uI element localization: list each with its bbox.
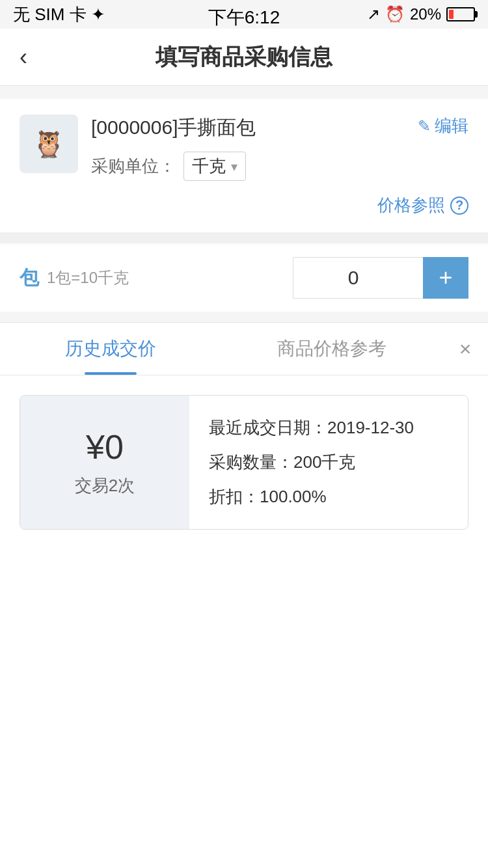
unit-value: 千克 <box>192 155 226 178</box>
edit-icon: ✎ <box>418 117 431 135</box>
quantity-section: 包 1包=10千克 + <box>0 244 488 312</box>
package-icon: 包 <box>20 265 39 292</box>
status-right: ↗ ⏰ 20% <box>367 5 475 23</box>
price-card-left: ¥0 交易2次 <box>20 396 189 529</box>
status-left: 无 SIM 卡 ✦ <box>13 3 105 26</box>
product-thumbnail: 🦉 <box>20 115 78 173</box>
chevron-down-icon: ▾ <box>231 159 237 174</box>
bottom-panel: 历史成交价 商品价格参考 × ¥0 交易2次 最近成交日期：2019-12-30 <box>0 322 488 549</box>
unit-label: 采购单位： <box>91 155 176 178</box>
package-unit-info: 1包=10千克 <box>47 267 129 288</box>
section-divider <box>0 232 488 243</box>
quantity-add-button[interactable]: + <box>423 257 468 299</box>
sim-status: 无 SIM 卡 ✦ <box>13 3 105 26</box>
tab-history-price[interactable]: 历史成交价 <box>0 323 221 375</box>
battery-fill <box>449 10 454 19</box>
purchase-qty-row: 采购数量：200千克 <box>209 450 448 475</box>
quantity-input-wrapper <box>293 257 423 299</box>
info-icon[interactable]: ? <box>450 197 468 215</box>
product-unit-row: 采购单位： 千克 ▾ <box>91 152 418 181</box>
product-left: 🦉 [0000006]手撕面包 采购单位： 千克 ▾ <box>20 115 418 181</box>
quantity-row: 包 1包=10千克 + <box>20 244 468 312</box>
recent-date-label: 最近成交日期： <box>209 418 327 437</box>
edit-label: 编辑 <box>435 115 468 137</box>
tab-product-price-ref-label: 商品价格参考 <box>277 336 386 361</box>
recent-date-row: 最近成交日期：2019-12-30 <box>209 415 448 441</box>
product-header: 🦉 [0000006]手撕面包 采购单位： 千克 ▾ ✎ 编辑 <box>20 115 468 181</box>
edit-button[interactable]: ✎ 编辑 <box>418 115 468 137</box>
tab-product-price-ref[interactable]: 商品价格参考 <box>221 323 442 375</box>
status-bar: 无 SIM 卡 ✦ 下午6:12 ↗ ⏰ 20% <box>0 0 488 29</box>
quantity-right: + <box>293 257 468 299</box>
discount-label: 折扣： <box>209 487 260 506</box>
quantity-left: 包 1包=10千克 <box>20 265 129 292</box>
page-title: 填写商品采购信息 <box>156 42 332 72</box>
tab-close-button[interactable]: × <box>442 323 488 375</box>
tab-history-price-label: 历史成交价 <box>65 336 156 361</box>
close-icon: × <box>459 337 472 361</box>
price-ref-link[interactable]: 价格参照 <box>377 194 445 217</box>
price-ref-row: 价格参照 ? <box>20 194 468 217</box>
discount-row: 折扣：100.00% <box>209 484 448 509</box>
discount-value: 100.00% <box>260 487 327 506</box>
alarm-icon: ⏰ <box>385 5 405 23</box>
price-amount: 0 <box>105 428 124 466</box>
tab-bar: 历史成交价 商品价格参考 × <box>0 323 488 375</box>
battery-icon <box>446 7 475 21</box>
recent-date-value: 2019-12-30 <box>327 418 414 437</box>
unit-selector[interactable]: 千克 ▾ <box>183 152 246 181</box>
product-info: [0000006]手撕面包 采购单位： 千克 ▾ <box>91 115 418 181</box>
purchase-qty-value: 200千克 <box>293 452 355 472</box>
main-content-area <box>0 549 488 868</box>
product-name: [0000006]手撕面包 <box>91 115 418 141</box>
back-button[interactable]: ‹ <box>13 37 34 77</box>
nav-arrow-icon: ↗ <box>367 5 380 23</box>
quantity-input[interactable] <box>293 267 423 289</box>
purchase-qty-label: 采购数量： <box>209 452 293 472</box>
price-card: ¥0 交易2次 最近成交日期：2019-12-30 采购数量：200千克 折扣：… <box>20 395 468 530</box>
battery-percent: 20% <box>410 5 441 23</box>
price-value: ¥0 <box>86 427 124 467</box>
status-time: 下午6:12 <box>208 5 280 30</box>
product-card: 🦉 [0000006]手撕面包 采购单位： 千克 ▾ ✎ 编辑 价格参照 ? <box>0 99 488 232</box>
price-card-right: 最近成交日期：2019-12-30 采购数量：200千克 折扣：100.00% <box>189 396 468 529</box>
nav-bar: ‹ 填写商品采购信息 <box>0 29 488 86</box>
history-price-content: ¥0 交易2次 最近成交日期：2019-12-30 采购数量：200千克 折扣：… <box>0 375 488 549</box>
trade-count: 交易2次 <box>75 474 135 497</box>
product-logo-icon: 🦉 <box>33 129 65 159</box>
currency-symbol: ¥ <box>86 428 105 466</box>
